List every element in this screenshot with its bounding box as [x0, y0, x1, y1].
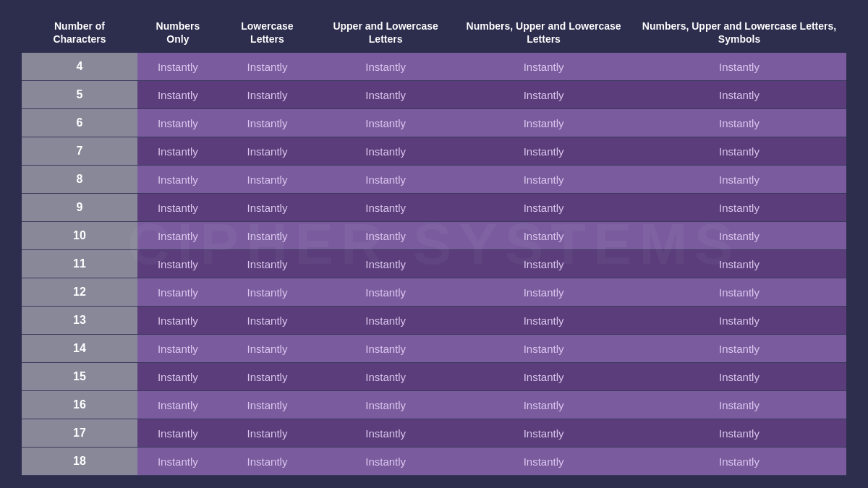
char-count-cell: 18	[22, 448, 137, 476]
char-count-cell: 4	[22, 53, 137, 81]
crack-time-cell: Instantly	[218, 194, 316, 222]
crack-time-cell: Instantly	[632, 250, 846, 278]
crack-time-cell: Instantly	[455, 53, 632, 81]
char-count-cell: 7	[22, 137, 137, 166]
crack-time-cell: Instantly	[218, 448, 316, 476]
table-row: 15InstantlyInstantlyInstantlyInstantlyIn…	[22, 363, 846, 391]
crack-time-cell: Instantly	[316, 222, 455, 250]
crack-time-cell: Instantly	[137, 53, 218, 81]
table-row: 5InstantlyInstantlyInstantlyInstantlyIns…	[22, 81, 846, 109]
char-count-cell: 10	[22, 222, 137, 250]
crack-time-cell: Instantly	[632, 222, 846, 250]
crack-time-cell: Instantly	[218, 335, 316, 363]
crack-time-cell: Instantly	[218, 166, 316, 194]
crack-time-cell: Instantly	[218, 53, 316, 81]
crack-time-cell: Instantly	[316, 278, 455, 307]
crack-time-cell: Instantly	[218, 419, 316, 448]
col-header-numbers-only: Numbers Only	[137, 12, 218, 53]
crack-time-cell: Instantly	[632, 448, 846, 476]
crack-time-cell: Instantly	[218, 278, 316, 307]
crack-time-cell: Instantly	[455, 307, 632, 335]
table-row: 13InstantlyInstantlyInstantlyInstantlyIn…	[22, 307, 846, 335]
table-wrapper: CIPHER SYSTEMS Number of Characters Numb…	[22, 12, 846, 476]
crack-time-cell: Instantly	[455, 448, 632, 476]
crack-time-cell: Instantly	[455, 419, 632, 448]
char-count-cell: 11	[22, 250, 137, 278]
char-count-cell: 12	[22, 278, 137, 307]
crack-time-cell: Instantly	[455, 222, 632, 250]
crack-time-cell: Instantly	[455, 166, 632, 194]
crack-time-cell: Instantly	[632, 335, 846, 363]
table-row: 4InstantlyInstantlyInstantlyInstantlyIns…	[22, 53, 846, 81]
table-row: 16InstantlyInstantlyInstantlyInstantlyIn…	[22, 391, 846, 419]
crack-time-cell: Instantly	[218, 222, 316, 250]
crack-time-cell: Instantly	[632, 307, 846, 335]
crack-time-cell: Instantly	[455, 109, 632, 137]
crack-time-cell: Instantly	[137, 166, 218, 194]
char-count-cell: 8	[22, 166, 137, 194]
crack-time-cell: Instantly	[632, 278, 846, 307]
crack-time-cell: Instantly	[137, 109, 218, 137]
char-count-cell: 15	[22, 363, 137, 391]
col-header-numbers-upper-lower-symbols: Numbers, Upper and Lowercase Letters, Sy…	[632, 12, 846, 53]
table-body: 4InstantlyInstantlyInstantlyInstantlyIns…	[22, 53, 846, 476]
table-row: 6InstantlyInstantlyInstantlyInstantlyIns…	[22, 109, 846, 137]
crack-time-cell: Instantly	[455, 278, 632, 307]
crack-time-cell: Instantly	[316, 137, 455, 166]
table-row: 18InstantlyInstantlyInstantlyInstantlyIn…	[22, 448, 846, 476]
crack-time-cell: Instantly	[137, 335, 218, 363]
col-header-numbers-upper-lower: Numbers, Upper and Lowercase Letters	[455, 12, 632, 53]
col-header-chars: Number of Characters	[22, 12, 137, 53]
crack-time-cell: Instantly	[632, 81, 846, 109]
crack-time-cell: Instantly	[137, 137, 218, 166]
crack-time-cell: Instantly	[218, 109, 316, 137]
crack-time-cell: Instantly	[137, 391, 218, 419]
table-row: 8InstantlyInstantlyInstantlyInstantlyIns…	[22, 166, 846, 194]
crack-time-cell: Instantly	[455, 250, 632, 278]
char-count-cell: 14	[22, 335, 137, 363]
crack-time-cell: Instantly	[455, 391, 632, 419]
table-row: 7InstantlyInstantlyInstantlyInstantlyIns…	[22, 137, 846, 166]
crack-time-cell: Instantly	[218, 363, 316, 391]
crack-time-cell: Instantly	[632, 419, 846, 448]
crack-time-cell: Instantly	[316, 250, 455, 278]
crack-time-cell: Instantly	[316, 109, 455, 137]
crack-time-cell: Instantly	[137, 363, 218, 391]
crack-time-cell: Instantly	[316, 53, 455, 81]
char-count-cell: 13	[22, 307, 137, 335]
crack-time-cell: Instantly	[316, 363, 455, 391]
table-row: 17InstantlyInstantlyInstantlyInstantlyIn…	[22, 419, 846, 448]
table-row: 10InstantlyInstantlyInstantlyInstantlyIn…	[22, 222, 846, 250]
crack-time-cell: Instantly	[218, 250, 316, 278]
crack-time-cell: Instantly	[316, 166, 455, 194]
crack-time-cell: Instantly	[455, 194, 632, 222]
col-header-lowercase: Lowercase Letters	[218, 12, 316, 53]
crack-time-cell: Instantly	[632, 53, 846, 81]
header-row: Number of Characters Numbers Only Lowerc…	[22, 12, 846, 53]
crack-time-cell: Instantly	[137, 448, 218, 476]
char-count-cell: 16	[22, 391, 137, 419]
table-row: 12InstantlyInstantlyInstantlyInstantlyIn…	[22, 278, 846, 307]
col-header-upper-lower: Upper and Lowercase Letters	[316, 12, 455, 53]
table-row: 11InstantlyInstantlyInstantlyInstantlyIn…	[22, 250, 846, 278]
crack-time-cell: Instantly	[218, 137, 316, 166]
crack-time-cell: Instantly	[218, 81, 316, 109]
crack-time-cell: Instantly	[632, 391, 846, 419]
crack-time-cell: Instantly	[316, 448, 455, 476]
crack-time-cell: Instantly	[137, 250, 218, 278]
crack-time-cell: Instantly	[137, 419, 218, 448]
crack-time-cell: Instantly	[455, 81, 632, 109]
crack-time-cell: Instantly	[455, 335, 632, 363]
table-row: 14InstantlyInstantlyInstantlyInstantlyIn…	[22, 335, 846, 363]
crack-time-cell: Instantly	[632, 194, 846, 222]
char-count-cell: 9	[22, 194, 137, 222]
crack-time-cell: Instantly	[137, 307, 218, 335]
crack-time-cell: Instantly	[316, 81, 455, 109]
crack-time-cell: Instantly	[632, 137, 846, 166]
crack-time-cell: Instantly	[455, 363, 632, 391]
crack-time-cell: Instantly	[137, 222, 218, 250]
crack-time-cell: Instantly	[218, 391, 316, 419]
crack-time-cell: Instantly	[316, 419, 455, 448]
table-row: 9InstantlyInstantlyInstantlyInstantlyIns…	[22, 194, 846, 222]
crack-time-cell: Instantly	[316, 335, 455, 363]
